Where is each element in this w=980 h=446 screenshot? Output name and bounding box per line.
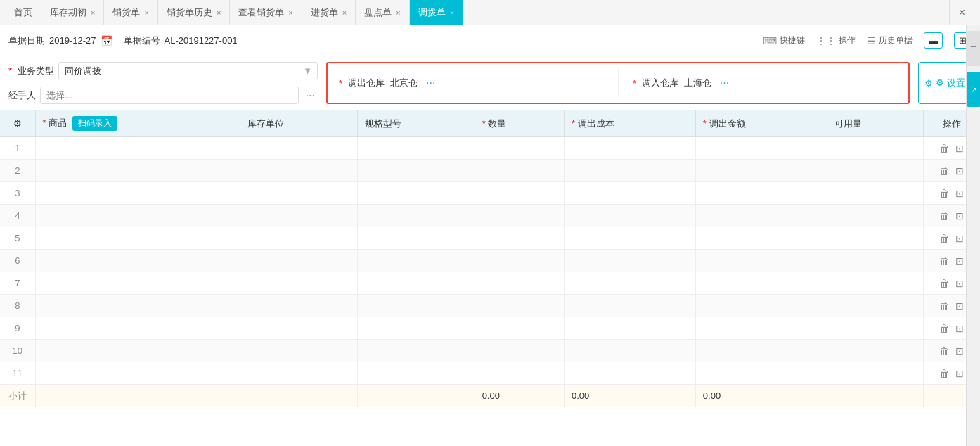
settings-button[interactable]: ⚙ ⚙ 设置 bbox=[918, 62, 972, 104]
copy-icon[interactable]: ⊡ bbox=[955, 188, 964, 199]
row-spec[interactable] bbox=[357, 182, 475, 205]
row-cost[interactable] bbox=[565, 137, 696, 160]
row-cost[interactable] bbox=[565, 272, 696, 295]
row-spec[interactable] bbox=[357, 250, 475, 272]
row-quantity[interactable] bbox=[475, 137, 564, 160]
row-spec[interactable] bbox=[357, 295, 475, 317]
layout-toggle-single[interactable]: ▬ bbox=[924, 32, 943, 49]
row-amount[interactable] bbox=[695, 160, 827, 182]
row-amount[interactable] bbox=[695, 227, 827, 250]
row-unit[interactable] bbox=[240, 317, 357, 340]
delete-icon[interactable]: 🗑 bbox=[939, 255, 949, 267]
row-available[interactable] bbox=[827, 205, 923, 227]
row-spec[interactable] bbox=[357, 317, 475, 340]
tab-transfer-close[interactable]: × bbox=[450, 8, 454, 17]
row-spec[interactable] bbox=[357, 362, 475, 385]
row-product[interactable] bbox=[35, 340, 240, 362]
tab-transfer[interactable]: 调拨单 × bbox=[410, 0, 463, 25]
delete-icon[interactable]: 🗑 bbox=[939, 300, 949, 312]
row-product[interactable] bbox=[35, 250, 240, 272]
row-product[interactable] bbox=[35, 182, 240, 205]
copy-icon[interactable]: ⊡ bbox=[955, 255, 964, 267]
row-amount[interactable] bbox=[695, 182, 827, 205]
delete-icon[interactable]: 🗑 bbox=[939, 368, 949, 379]
col-settings[interactable]: ⚙ bbox=[0, 110, 35, 137]
row-amount[interactable] bbox=[695, 272, 827, 295]
tab-home[interactable]: 首页 bbox=[6, 0, 41, 25]
copy-icon[interactable]: ⊡ bbox=[955, 210, 964, 222]
row-spec[interactable] bbox=[357, 340, 475, 362]
row-amount[interactable] bbox=[695, 250, 827, 272]
row-unit[interactable] bbox=[240, 295, 357, 317]
row-cost[interactable] bbox=[565, 160, 696, 182]
shortcut-button[interactable]: ⌨ 快捷键 bbox=[763, 34, 805, 46]
copy-icon[interactable]: ⊡ bbox=[955, 278, 964, 289]
row-cost[interactable] bbox=[565, 182, 696, 205]
row-available[interactable] bbox=[827, 137, 923, 160]
row-unit[interactable] bbox=[240, 227, 357, 250]
row-quantity[interactable] bbox=[475, 340, 564, 362]
from-warehouse-value[interactable]: 北京仓 bbox=[390, 77, 418, 89]
row-amount[interactable] bbox=[695, 137, 827, 160]
delete-icon[interactable]: 🗑 bbox=[939, 233, 949, 244]
row-amount[interactable] bbox=[695, 362, 827, 385]
row-amount[interactable] bbox=[695, 340, 827, 362]
delete-icon[interactable]: 🗑 bbox=[939, 345, 949, 357]
copy-icon[interactable]: ⊡ bbox=[955, 300, 964, 312]
row-cost[interactable] bbox=[565, 362, 696, 385]
tab-inventory-check[interactable]: 盘点单 × bbox=[356, 0, 409, 25]
sidebar-export-btn[interactable]: ↗ bbox=[967, 72, 981, 107]
row-amount[interactable] bbox=[695, 295, 827, 317]
row-cost[interactable] bbox=[565, 340, 696, 362]
delete-icon[interactable]: 🗑 bbox=[939, 278, 949, 289]
row-spec[interactable] bbox=[357, 272, 475, 295]
row-quantity[interactable] bbox=[475, 272, 564, 295]
delete-icon[interactable]: 🗑 bbox=[939, 323, 949, 334]
to-warehouse-value[interactable]: 上海仓 bbox=[684, 77, 711, 89]
tab-sales-history[interactable]: 销货单历史 × bbox=[158, 0, 230, 25]
row-available[interactable] bbox=[827, 160, 923, 182]
handler-more-btn[interactable]: ··· bbox=[303, 89, 318, 102]
tab-inventory-check-close[interactable]: × bbox=[396, 8, 400, 17]
row-available[interactable] bbox=[827, 272, 923, 295]
delete-icon[interactable]: 🗑 bbox=[939, 210, 949, 222]
delete-icon[interactable]: 🗑 bbox=[939, 165, 949, 177]
row-available[interactable] bbox=[827, 182, 923, 205]
row-amount[interactable] bbox=[695, 205, 827, 227]
row-quantity[interactable] bbox=[475, 250, 564, 272]
scan-button[interactable]: 扫码录入 bbox=[72, 116, 117, 131]
delete-icon[interactable]: 🗑 bbox=[939, 188, 949, 199]
row-cost[interactable] bbox=[565, 227, 696, 250]
row-spec[interactable] bbox=[357, 227, 475, 250]
copy-icon[interactable]: ⊡ bbox=[955, 143, 964, 154]
row-unit[interactable] bbox=[240, 182, 357, 205]
row-product[interactable] bbox=[35, 295, 240, 317]
tab-sales-history-close[interactable]: × bbox=[217, 8, 221, 17]
copy-icon[interactable]: ⊡ bbox=[955, 233, 964, 244]
row-unit[interactable] bbox=[240, 362, 357, 385]
tab-purchase[interactable]: 进货单 × bbox=[302, 0, 356, 25]
row-quantity[interactable] bbox=[475, 295, 564, 317]
row-unit[interactable] bbox=[240, 160, 357, 182]
row-available[interactable] bbox=[827, 362, 923, 385]
row-product[interactable] bbox=[35, 205, 240, 227]
tab-view-sales[interactable]: 查看销货单 × bbox=[230, 0, 302, 25]
tab-purchase-close[interactable]: × bbox=[342, 8, 347, 17]
row-product[interactable] bbox=[35, 362, 240, 385]
copy-icon[interactable]: ⊡ bbox=[955, 345, 964, 357]
row-spec[interactable] bbox=[357, 137, 475, 160]
row-unit[interactable] bbox=[240, 137, 357, 160]
row-available[interactable] bbox=[827, 250, 923, 272]
row-spec[interactable] bbox=[357, 205, 475, 227]
row-quantity[interactable] bbox=[475, 160, 564, 182]
row-available[interactable] bbox=[827, 340, 923, 362]
row-unit[interactable] bbox=[240, 250, 357, 272]
row-unit[interactable] bbox=[240, 340, 357, 362]
history-button[interactable]: ☰ 历史单据 bbox=[867, 34, 913, 46]
row-spec[interactable] bbox=[357, 160, 475, 182]
row-quantity[interactable] bbox=[475, 362, 564, 385]
row-quantity[interactable] bbox=[475, 205, 564, 227]
row-available[interactable] bbox=[827, 227, 923, 250]
sidebar-list-btn[interactable]: ☰ bbox=[967, 31, 981, 66]
delete-icon[interactable]: 🗑 bbox=[939, 143, 949, 154]
